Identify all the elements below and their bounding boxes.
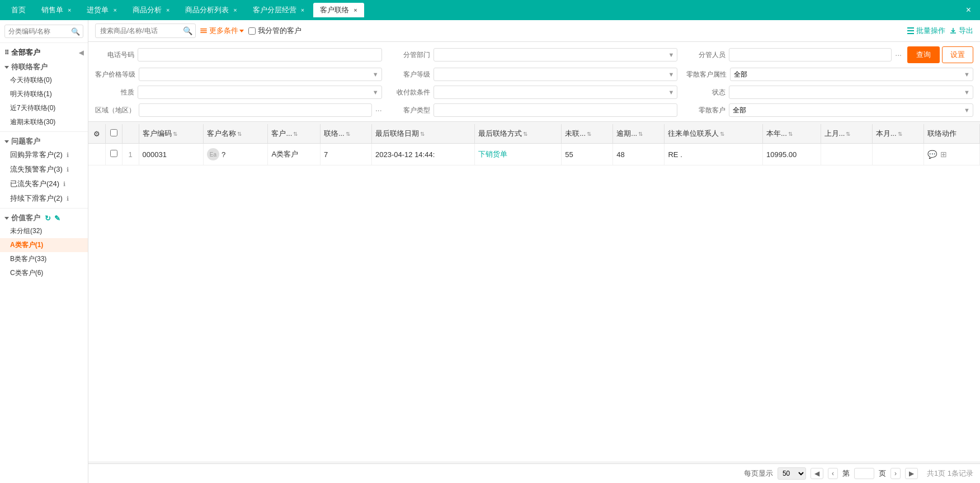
sidebar-item-today[interactable]: 今天待联络(0): [0, 73, 88, 87]
filter-input-phone[interactable]: [138, 48, 382, 61]
filter-input-region[interactable]: [139, 103, 372, 117]
filter-row-dept: 分管部门 ▼: [391, 46, 678, 63]
col-header-no-contact[interactable]: 未联...⇅: [562, 124, 613, 144]
filter-row-price-level: 客户价格等级 ▼: [95, 68, 382, 81]
all-customers-header[interactable]: ⠿ 全部客户 ◀: [0, 43, 88, 60]
close-customer-contact-tab[interactable]: ×: [354, 7, 357, 13]
sidebar-item-declining[interactable]: 持续下滑客户(2) ℹ: [0, 191, 88, 206]
next-page-button[interactable]: ›: [891, 468, 901, 479]
filter-input-manager[interactable]: [729, 48, 892, 61]
filter-select-nature-wrap: ▼: [138, 86, 382, 99]
col-header-unit-contact[interactable]: 往来单位联系人⇅: [665, 124, 763, 144]
query-button[interactable]: 查询: [907, 46, 940, 63]
page-word: 第: [842, 468, 850, 479]
export-button[interactable]: 导出: [950, 26, 973, 36]
filter-select-retail-attr[interactable]: 全部: [730, 68, 973, 81]
row-last-date: 2023-04-12 14:44:: [372, 144, 475, 165]
close-sales-tab[interactable]: ×: [68, 7, 71, 13]
col-header-contact[interactable]: 联络...⇅: [320, 124, 371, 144]
sidebar-item-repurchase-abnormal[interactable]: 回购异常客户(2) ℹ: [0, 148, 88, 162]
filter-select-dept[interactable]: [434, 48, 678, 61]
group-label-value: 价值客户 ↻ ✎: [0, 211, 88, 224]
page-number-input[interactable]: 1: [854, 468, 874, 479]
filter-select-payment[interactable]: [434, 86, 678, 99]
col-header-this-year[interactable]: 本年...⇅: [763, 124, 821, 144]
filter-select-status[interactable]: [729, 86, 973, 99]
sidebar-item-churned[interactable]: 已流失客户(24) ℹ: [0, 177, 88, 191]
sidebar-item-overdue[interactable]: 逾期未联络(30): [0, 115, 88, 129]
row-action: 💬 ⊞: [924, 144, 979, 165]
first-page-button[interactable]: ◀: [811, 468, 823, 479]
col-header-last-month[interactable]: 上月...⇅: [821, 124, 872, 144]
row-select-checkbox[interactable]: [110, 150, 117, 157]
settings-button[interactable]: 设置: [942, 46, 973, 63]
filter-search-button[interactable]: 🔍: [183, 26, 192, 35]
col-header-settings[interactable]: ⚙: [88, 124, 105, 144]
row-level: A类客户: [268, 144, 320, 165]
sidebar-item-a-class[interactable]: A类客户(1): [0, 238, 88, 252]
bulk-ops-button[interactable]: 批量操作: [907, 26, 945, 36]
row-last-method[interactable]: 下销货单: [474, 144, 562, 165]
sidebar-item-c-class[interactable]: C类客户(6): [0, 266, 88, 280]
page-size-select[interactable]: 50 100 200: [778, 467, 806, 480]
sidebar-item-7days[interactable]: 近7天待联络(0): [0, 101, 88, 115]
filter-select-retail[interactable]: 全部: [729, 103, 973, 117]
nav-tab-customer-contact[interactable]: 客户联络 ×: [313, 3, 364, 17]
more-filters-button[interactable]: 更多条件: [200, 26, 244, 36]
nav-home[interactable]: 首页: [4, 3, 32, 17]
col-header-last-method[interactable]: 最后联络方式⇅: [474, 124, 562, 144]
close-analysis-list-tab[interactable]: ×: [233, 7, 237, 13]
nav-tab-customer-tier[interactable]: 客户分层经营 ×: [246, 3, 311, 17]
col-header-overdue[interactable]: 逾期...⇅: [613, 124, 665, 144]
row-checkbox[interactable]: [105, 144, 122, 165]
sidebar-item-b-class[interactable]: B类客户(33): [0, 252, 88, 266]
filter-row-status: 状态 ▼: [686, 86, 973, 99]
action-icons: 💬 ⊞: [927, 150, 976, 159]
my-customers-checkbox-wrap[interactable]: 我分管的客户: [248, 26, 301, 36]
nav-tab-purchase[interactable]: 进货单 ×: [80, 3, 123, 17]
filter-select-price-level[interactable]: [139, 68, 382, 81]
filter-select-customer-level[interactable]: [434, 68, 678, 81]
row-settings: [88, 144, 105, 165]
sidebar-search-icon[interactable]: 🔍: [71, 27, 80, 36]
close-customer-tier-tab[interactable]: ×: [301, 7, 304, 13]
last-page-button[interactable]: ▶: [905, 468, 918, 479]
sidebar-item-tomorrow[interactable]: 明天待联络(1): [0, 87, 88, 101]
filter-select-nature[interactable]: [138, 86, 382, 99]
filter-row-retail: 零散客户 全部 ▼: [686, 103, 973, 117]
filter-dots-region[interactable]: ···: [375, 106, 382, 115]
col-header-last-date[interactable]: 最后联络日期⇅: [372, 124, 475, 144]
sort-icon-name: ⇅: [237, 131, 242, 137]
customers-table: ⚙ 客户编码⇅ 客户名称⇅ 客户...⇅ 联络...⇅ 最后联络日期⇅ 最后联络…: [88, 124, 980, 165]
nav-tab-analysis[interactable]: 商品分析 ×: [126, 3, 176, 17]
row-no-contact: 55: [562, 144, 613, 165]
prev-page-button[interactable]: ‹: [828, 468, 838, 479]
nav-tab-analysis-list[interactable]: 商品分析列表 ×: [178, 3, 243, 17]
sort-icon-overdue: ⇅: [638, 131, 643, 137]
close-analysis-tab[interactable]: ×: [166, 7, 169, 13]
link-icon[interactable]: ⊞: [940, 150, 947, 159]
page-total: 共1页 1条记录: [927, 468, 973, 479]
filter-dots-manager[interactable]: ···: [895, 50, 902, 59]
col-header-name[interactable]: 客户名称⇅: [203, 124, 267, 144]
filter-row-phone: 电话号码: [95, 46, 382, 63]
chat-icon[interactable]: 💬: [927, 150, 937, 159]
sidebar-divider-1: [0, 131, 88, 132]
col-header-this-month[interactable]: 本月...⇅: [872, 124, 924, 144]
sort-icon-unit-contact: ⇅: [720, 131, 724, 137]
filter-search-input[interactable]: [95, 23, 196, 38]
sidebar-item-churn-warning[interactable]: 流失预警客户(3) ℹ: [0, 162, 88, 177]
filter-label-price-level: 客户价格等级: [95, 70, 135, 79]
close-purchase-tab[interactable]: ×: [113, 7, 116, 13]
row-this-year: 10995.00: [763, 144, 821, 165]
last-method-link[interactable]: 下销货单: [478, 150, 507, 158]
filter-input-customer-type[interactable]: [434, 103, 678, 117]
col-header-code[interactable]: 客户编码⇅: [139, 124, 203, 144]
filter-row-customer-level: 客户等级 ▼: [391, 68, 678, 81]
sidebar-item-ungroup[interactable]: 未分组(32): [0, 224, 88, 238]
my-customers-checkbox[interactable]: [248, 27, 256, 35]
nav-tab-sales[interactable]: 销售单 ×: [35, 3, 78, 17]
close-all-tabs[interactable]: ×: [962, 5, 976, 15]
select-all-checkbox[interactable]: [110, 129, 117, 136]
col-header-level[interactable]: 客户...⇅: [268, 124, 320, 144]
